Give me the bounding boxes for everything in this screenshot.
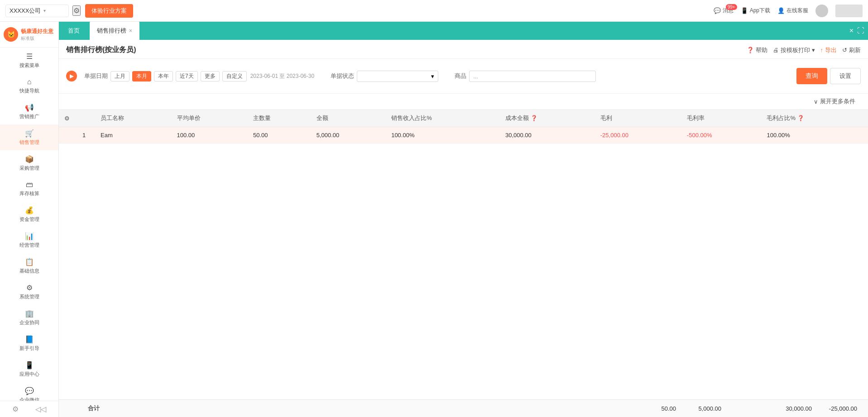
cell-name: Eam — [95, 127, 172, 144]
cell-profit-rate: -500.00% — [681, 127, 762, 144]
system-icon: ⚙ — [26, 283, 33, 292]
sidebar-item-search[interactable]: ☰ 搜索菜单 — [0, 48, 58, 73]
header-actions: ❓ 帮助 🖨 按模板打印 ▾ ↑ 导出 — [747, 46, 861, 54]
expand-label: 展开更多条件 — [820, 97, 855, 105]
page-inner: 销售排行榜(按业务员) ❓ 帮助 🖨 按模板打印 ▾ — [59, 40, 868, 417]
logo-area: 🐱 畅康通好生意 标准版 — [0, 22, 58, 48]
sidebar-item-enterprise[interactable]: 🏢 企业协同 — [0, 305, 58, 331]
sidebar-label-marketing: 营销推广 — [19, 113, 39, 120]
wechat-icon: 💬 — [25, 387, 34, 395]
sidebar-label-system: 系统管理 — [19, 293, 39, 300]
cell-sales-pct: 100.00% — [386, 127, 500, 144]
sidebar-item-quick-nav[interactable]: ⌂ 快捷导航 — [0, 73, 58, 99]
sidebar-label-sales: 销售管理 — [19, 139, 39, 146]
sidebar-label-basic: 基础信息 — [19, 268, 39, 274]
logo-title: 畅康通好生意 — [21, 28, 53, 35]
enterprise-icon: 🏢 — [25, 309, 34, 318]
date-btn-7days[interactable]: 近7天 — [176, 71, 198, 81]
help-icon: ❓ — [747, 47, 754, 53]
date-btn-custom[interactable]: 自定义 — [222, 71, 247, 81]
footer-profit-val: -25,000.00 — [817, 405, 863, 412]
message-area[interactable]: 💬 消息 99+ — [714, 7, 734, 14]
basic-info-icon: 📋 — [25, 258, 34, 266]
cell-amount: 5,000.00 — [311, 127, 386, 144]
tab-expand-btn[interactable]: ⛶ — [857, 27, 864, 35]
cell-profit-pct: 100.00% — [761, 127, 868, 144]
table-footer: 合计 50.00 5,000.00 30,000.00 -25,000.00 — [59, 399, 868, 417]
trial-button[interactable]: 体验行业方案 — [85, 4, 133, 18]
date-btn-last-month[interactable]: 上月 — [110, 71, 129, 81]
goods-filter-group: 商品 ... — [455, 71, 596, 82]
date-btn-this-year[interactable]: 本年 — [154, 71, 173, 81]
service-icon: 👤 — [777, 7, 785, 14]
tab-sales-ranking[interactable]: 销售排行榜 × — [90, 22, 139, 40]
operations-icon: 📊 — [25, 232, 34, 240]
export-icon: ↑ — [820, 47, 824, 53]
goods-input[interactable]: ... — [469, 71, 596, 82]
company-selector[interactable]: XXXXX公司 ▾ — [5, 5, 69, 17]
goods-filter-label: 商品 — [455, 72, 466, 80]
online-service-area[interactable]: 👤 在线客服 — [777, 7, 808, 14]
col-avg-price: 平均单价 — [172, 110, 248, 127]
tab-close-icon[interactable]: × — [129, 28, 132, 34]
col-settings-icon[interactable]: ⚙ — [64, 115, 70, 122]
sidebar-item-sales[interactable]: 🛒 销售管理 — [0, 125, 58, 150]
footer-cost-val: 30,000.00 — [772, 405, 817, 412]
refresh-icon: ↺ — [842, 47, 847, 53]
tab-bar: 首页 销售排行榜 × × ⛶ — [59, 22, 868, 40]
help-button[interactable]: ❓ 帮助 — [747, 46, 767, 54]
filter-action-buttons: 查询 设置 — [794, 63, 861, 89]
status-chevron-icon: ▾ — [431, 73, 434, 80]
table-header-row: ⚙ 员工名称 平均单价 主数量 全额 销售收入占比% 成本全额 ❓ 毛利 — [59, 110, 868, 127]
print-button[interactable]: 🖨 按模板打印 ▾ — [773, 46, 815, 54]
top-settings-icon[interactable]: ⚙ — [72, 5, 81, 16]
sidebar-item-finance[interactable]: 💰 资金管理 — [0, 201, 58, 227]
date-btn-this-month[interactable]: 本月 — [132, 71, 151, 81]
sidebar-item-operations[interactable]: 📊 经营管理 — [0, 227, 58, 253]
tab-home[interactable]: 首页 — [59, 22, 89, 40]
page-title: 销售排行榜(按业务员) — [66, 45, 136, 55]
date-btn-more[interactable]: 更多 — [201, 71, 220, 81]
print-icon: 🖨 — [773, 47, 779, 53]
app-download-area[interactable]: 📱 App下载 — [741, 7, 770, 14]
sidebar-item-system[interactable]: ⚙ 系统管理 — [0, 279, 58, 305]
profit-pct-help-icon[interactable]: ❓ — [797, 115, 804, 121]
logo-subtitle: 标准版 — [21, 35, 53, 42]
col-settings[interactable]: ⚙ — [59, 110, 77, 127]
expand-conditions-btn[interactable]: ∨ 展开更多条件 — [66, 96, 861, 107]
sidebar-label-purchase: 采购管理 — [19, 165, 39, 172]
refresh-button[interactable]: ↺ 刷新 — [842, 46, 861, 54]
sidebar-item-basic-info[interactable]: 📋 基础信息 — [0, 253, 58, 279]
tab-close-btn[interactable]: × — [849, 27, 854, 35]
sidebar-label-inventory: 库存核算 — [19, 190, 39, 197]
col-qty: 主数量 — [248, 110, 311, 127]
sidebar-item-wechat[interactable]: 💬 企业微信 — [0, 382, 58, 401]
sidebar-item-purchase[interactable]: 📦 采购管理 — [0, 150, 58, 176]
sidebar-settings-icon[interactable]: ⚙ — [12, 405, 19, 413]
cell-qty: 50.00 — [248, 127, 311, 144]
query-button[interactable]: 查询 — [796, 68, 827, 84]
sidebar-item-inventory[interactable]: 🗃 库存核算 — [0, 176, 58, 201]
sidebar-item-guide[interactable]: 📘 新手引导 — [0, 331, 58, 356]
filter-settings-button[interactable]: 设置 — [830, 68, 861, 84]
logo-icon: 🐱 — [4, 27, 18, 42]
sidebar: 🐱 畅康通好生意 标准版 ☰ 搜索菜单 ⌂ 快捷导航 📢 营销推广 — [0, 22, 59, 417]
sidebar-item-marketing[interactable]: 📢 营销推广 — [0, 99, 58, 125]
col-sales-pct: 销售收入占比% — [386, 110, 500, 127]
col-amount: 全额 — [311, 110, 386, 127]
export-button[interactable]: ↑ 导出 — [820, 46, 837, 54]
top-bar: XXXXX公司 ▾ ⚙ 体验行业方案 💬 消息 99+ 📱 App下载 👤 在线… — [0, 0, 868, 22]
expand-arrow-btn[interactable]: ▶ — [66, 71, 77, 81]
search-icon: ☰ — [26, 52, 33, 61]
top-right-area: 💬 消息 99+ 📱 App下载 👤 在线客服 — [714, 5, 863, 17]
finance-icon: 💰 — [25, 206, 34, 215]
col-profit-pct: 毛利占比% ❓ — [761, 110, 868, 127]
message-badge: 99+ — [726, 4, 737, 10]
inventory-icon: 🗃 — [26, 181, 33, 189]
marketing-icon: 📢 — [25, 103, 34, 112]
cost-help-icon[interactable]: ❓ — [531, 115, 537, 121]
sidebar-collapse-icon[interactable]: ◁◁ — [35, 405, 46, 413]
avatar[interactable] — [815, 5, 828, 17]
sidebar-item-app-center[interactable]: 📱 应用中心 — [0, 356, 58, 382]
status-select[interactable]: ▾ — [357, 71, 438, 82]
